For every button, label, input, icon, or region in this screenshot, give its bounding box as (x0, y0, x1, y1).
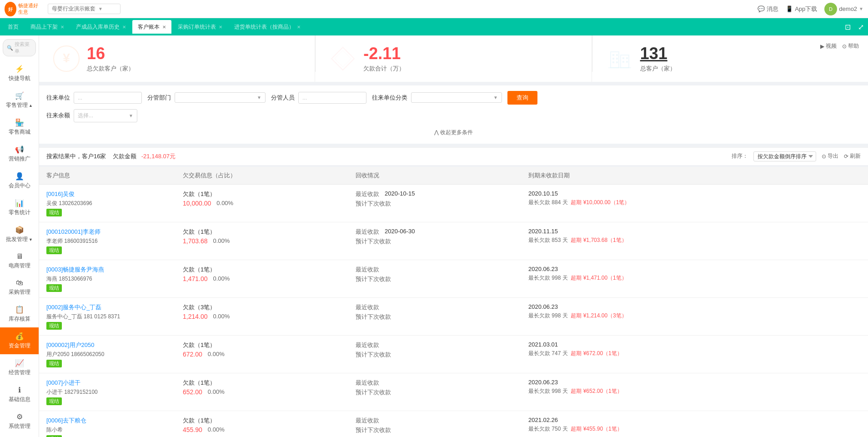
recovery-row: 最近收款 (356, 341, 528, 349)
customer-name-link[interactable]: [0007]小进干 (46, 379, 183, 387)
chevron-icon: ▲ (29, 103, 33, 108)
overdue-link[interactable]: 超期 ¥1,703.68（1笔） (571, 237, 627, 243)
due-overdue: 最长欠款 747 天 超期 ¥672.00（1笔） (528, 350, 861, 357)
overdue-link[interactable]: 超期 ¥1,471.00（1笔） (571, 275, 627, 281)
due-info: 2020.11.15 最长欠款 853 天 超期 ¥1,703.68（1笔） (528, 228, 861, 244)
sidebar-item-marketing[interactable]: 📢 营销推广 (0, 141, 39, 167)
due-date: 2021.02.26 (528, 417, 861, 423)
tab-product-listing[interactable]: 商品上下架 ✕ (25, 20, 70, 34)
wholesale-icon: 📦 (15, 226, 24, 234)
avatar: D (824, 3, 837, 15)
sort-select[interactable]: 按欠款金额倒序排序 (753, 151, 816, 161)
customer-tag: 现结 (46, 209, 62, 216)
debt-row: 1,214.00 0.00% (183, 313, 356, 320)
filter-item-unit-class: 往来单位分类 ▼ (372, 92, 502, 103)
search-button[interactable]: 查询 (507, 91, 537, 105)
customer-name-link[interactable]: [0006]去下粮仓 (46, 417, 183, 425)
refresh-button[interactable]: ⟳ 刷新 (844, 152, 861, 160)
message-icon: 💬 (758, 5, 765, 12)
recovery-info: 最近收款 2020-10-15 预计下次收款 (356, 190, 528, 209)
export-button[interactable]: ⊙ 导出 (822, 152, 838, 160)
sidebar-item-basic-info[interactable]: ℹ 基础信息 (0, 381, 39, 408)
customer-tag: 现结 (46, 360, 62, 367)
filter-area: 往来单位 ... 分管部门 ▼ (39, 85, 868, 144)
svg-rect-12 (616, 54, 618, 56)
sidebar-item-wholesale[interactable]: 📦 批发管理 ▼ (0, 221, 39, 248)
filter-input-unit[interactable]: ... (74, 92, 142, 104)
customer-contact: 吴俊 13026203696 (46, 200, 183, 207)
minimize-btn[interactable]: ⊡ (843, 22, 853, 32)
total-customers-number: 131 (640, 45, 676, 63)
search-input[interactable]: 🔍 搜索菜单 (3, 39, 36, 56)
overdue-link[interactable]: 超期 ¥1,214.00（3笔） (571, 312, 627, 319)
filter-item-dept: 分管部门 ▼ (147, 92, 266, 103)
customer-info: [0016]吴俊 吴俊 13026203696 现结 (46, 190, 183, 216)
overdue-link[interactable]: 超期 ¥652.00（1笔） (571, 388, 622, 394)
due-overdue: 最长欠款 884 天 超期 ¥10,000.00（1笔） (528, 199, 861, 206)
customer-name-link[interactable]: [0003]畅捷服务尹海燕 (46, 266, 183, 274)
filter-label-dept: 分管部门 (147, 94, 171, 102)
sidebar-item-system[interactable]: ⚙ 系统管理 (0, 408, 39, 435)
customer-info: [0006]去下粮仓 陈小希 现结 (46, 417, 183, 437)
overdue-link[interactable]: 超期 ¥10,000.00（1笔） (571, 199, 630, 206)
sidebar-item-retail-stats[interactable]: 📊 零售统计 (0, 194, 39, 221)
customer-name-link[interactable]: [0016]吴俊 (46, 190, 183, 198)
next-payment-row: 预计下次收款 (356, 200, 528, 208)
overdue-link[interactable]: 超期 ¥455.90（1笔） (571, 426, 622, 432)
recovery-row: 最近收款 (356, 266, 528, 274)
stats-icon: 📊 (15, 199, 24, 207)
tab-close-icon[interactable]: ✕ (219, 25, 222, 30)
debt-percent: 0.00% (208, 351, 225, 357)
customer-contact: 李老师 18600391516 (46, 237, 183, 245)
table-row: [0016]吴俊 吴俊 13026203696 现结 欠款（1笔） 10,000… (39, 185, 868, 222)
tab-purchase-stats[interactable]: 采购订单统计表 ✕ (172, 20, 228, 34)
logo-icon: 好 (5, 2, 16, 16)
sidebar-item-ecommerce[interactable]: 🖥 电商管理 (0, 248, 39, 274)
debt-percent: 0.00% (213, 237, 230, 244)
tab-home[interactable]: 首页 (2, 20, 24, 34)
message-btn[interactable]: 💬 消息 (758, 5, 778, 13)
results-bar: 搜索结果中，客户16家 欠款金额 -21,148.07元 排序： 按欠款金额倒序… (39, 147, 868, 165)
tab-close-icon[interactable]: ✕ (60, 25, 64, 30)
maximize-btn[interactable]: ⤢ (856, 22, 866, 32)
filter-input-person[interactable]: ... (298, 92, 366, 104)
tab-close-icon[interactable]: ✕ (122, 25, 126, 30)
customer-name-link[interactable]: [0001020001]李老师 (46, 228, 183, 236)
filter-row-2: 往来余额 选择... ▼ (46, 109, 861, 122)
sidebar-item-retail-mgmt[interactable]: 🛒 零售管理 ▲ (0, 87, 39, 114)
sidebar-item-operations[interactable]: 📈 经营管理 (0, 354, 39, 381)
app-download-btn[interactable]: 📱 App下载 (786, 5, 817, 13)
video-btn[interactable]: ▶ 视频 (820, 42, 837, 50)
tab-close-icon[interactable]: ✕ (297, 25, 301, 30)
debt-amount: 1,471.00 (183, 275, 208, 282)
overdue-link[interactable]: 超期 ¥672.00（1笔） (571, 350, 622, 357)
filter-item-balance: 往来余额 选择... ▼ (46, 109, 137, 122)
filter-input-balance[interactable]: 选择... ▼ (74, 109, 137, 122)
customer-name-link[interactable]: [0002]服务中心_丁磊 (46, 303, 183, 311)
debt-percent: 0.00% (208, 426, 225, 433)
help-btn[interactable]: ⊙ 帮助 (842, 42, 859, 50)
tab-purchase-by-product[interactable]: 进货单统计表（按商品） ✕ (229, 20, 306, 34)
sidebar-item-purchase[interactable]: 🛍 采购管理 (0, 274, 39, 301)
user-menu[interactable]: D demo2 ▼ (824, 3, 863, 15)
sidebar-item-quick-nav[interactable]: ⚡ 快捷导航 (0, 60, 39, 87)
store-select[interactable]: 母婴行业演示账套 ▼ (48, 4, 120, 14)
quick-nav-icon: ⚡ (15, 65, 24, 73)
debt-amount: 1,214.00 (183, 313, 208, 320)
collapse-button[interactable]: ⋀ 收起更多条件 (434, 129, 473, 136)
filter-input-unit-class[interactable]: ▼ (411, 92, 502, 103)
sidebar-item-member[interactable]: 👤 会员中心 (0, 167, 39, 194)
sidebar-item-finance[interactable]: 💰 资金管理 (0, 327, 39, 354)
customer-name-link[interactable]: [000002]用户2050 (46, 341, 183, 349)
sidebar-item-inventory[interactable]: 📋 库存核算 (0, 301, 39, 327)
sidebar-item-enterprise-collab[interactable]: 🤝 企业协同 (0, 435, 39, 437)
sidebar-item-retail-mall[interactable]: 🏪 零售商城 (0, 114, 39, 141)
tab-close-icon[interactable]: ✕ (162, 25, 166, 30)
tab-customer-account[interactable]: 客户账本 ✕ (132, 20, 171, 34)
svg-rect-11 (612, 54, 614, 56)
filter-input-dept[interactable]: ▼ (175, 92, 266, 103)
tab-production-history[interactable]: 产成品入库单历史 ✕ (70, 20, 131, 34)
filter-label-balance: 往来余额 (46, 111, 70, 120)
operations-icon: 📈 (15, 359, 24, 367)
svg-rect-13 (612, 58, 614, 60)
